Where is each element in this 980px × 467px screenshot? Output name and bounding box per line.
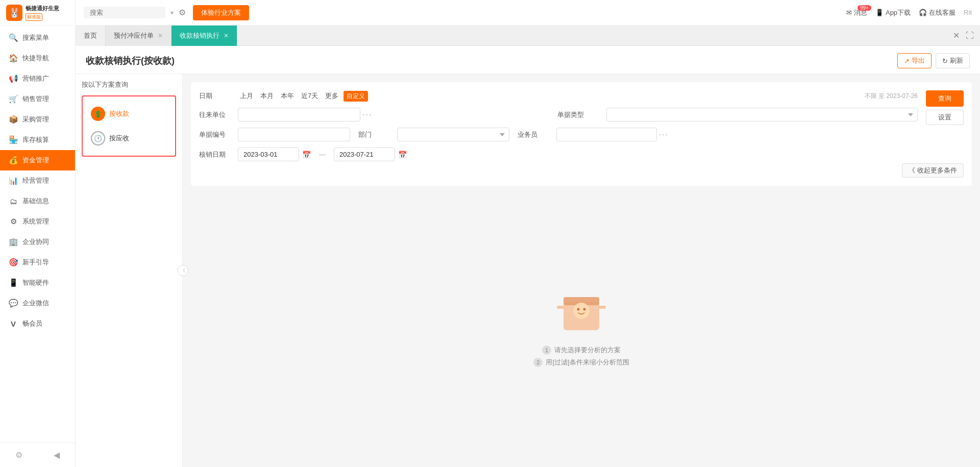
- filter-area: 日期 上月 本月 本年 近7天 更多 自定义 不限 至 2023-07-26: [191, 82, 972, 186]
- sidebar-item-business[interactable]: 📊 经营管理: [0, 170, 75, 191]
- empty-illustration: [551, 284, 612, 335]
- salesperson-input[interactable]: [556, 128, 657, 141]
- counterpart-input[interactable]: [238, 108, 360, 121]
- logo-text-group: 畅捷通好生意 标准版: [26, 5, 59, 21]
- query-button[interactable]: 查询: [926, 90, 964, 107]
- verify-date-start-input[interactable]: [238, 148, 299, 161]
- counterpart-label: 往来单位: [199, 110, 230, 119]
- verify-date-end-input[interactable]: [334, 148, 395, 161]
- date-custom[interactable]: 自定义: [344, 91, 368, 102]
- sidebar-item-guide[interactable]: 🎯 新手引导: [0, 252, 75, 273]
- export-button[interactable]: ↗ 导出: [897, 53, 932, 68]
- date-this-month[interactable]: 本月: [258, 90, 276, 102]
- sidebar-item-purchase[interactable]: 📦 采购管理: [0, 109, 75, 130]
- svg-point-2: [573, 303, 590, 319]
- sidebar-item-enterprise[interactable]: 🏢 企业协同: [0, 232, 75, 252]
- doc-type-select[interactable]: [606, 108, 918, 121]
- tab-home[interactable]: 首页: [76, 26, 106, 46]
- topbar-msg[interactable]: ✉ 消息 99+: [846, 8, 867, 17]
- tab-receivable[interactable]: 收款核销执行 ✕: [172, 26, 237, 46]
- left-panel-collapse-btn[interactable]: 《: [177, 265, 188, 276]
- enterprise-icon: 🏢: [8, 237, 18, 247]
- date-this-year[interactable]: 本年: [279, 90, 296, 102]
- counterpart-more-icon[interactable]: ···: [362, 110, 372, 119]
- sidebar-item-inventory[interactable]: 🏪 库存核算: [0, 130, 75, 150]
- date-last-month[interactable]: 上月: [238, 90, 255, 102]
- left-panel-title: 按以下方案查询: [82, 80, 176, 89]
- sidebar-item-quick-nav[interactable]: 🏠 快捷导航: [0, 48, 75, 68]
- svg-point-4: [583, 308, 586, 310]
- sidebar-settings-btn[interactable]: ⚙: [11, 448, 27, 462]
- tab-receivable-close[interactable]: ✕: [224, 32, 229, 39]
- date-more[interactable]: 更多: [323, 90, 340, 102]
- topbar-user[interactable]: Rit: [964, 9, 972, 16]
- main-content: ▾ ⚙ 体验行业方案 ✉ 消息 99+ 📱 App下载 🎧 在线客服 Rit: [76, 0, 980, 467]
- logo-icon: 🐰: [6, 5, 22, 21]
- salesperson-more-icon[interactable]: ···: [659, 130, 669, 139]
- sidebar-item-wechat[interactable]: 💬 企业微信: [0, 293, 75, 313]
- verify-date-end-calendar-icon[interactable]: 📅: [398, 151, 407, 159]
- right-panel: 日期 上月 本月 本年 近7天 更多 自定义 不限 至 2023-07-26: [183, 74, 980, 467]
- inventory-icon: 🏪: [8, 135, 18, 145]
- topbar: ▾ ⚙ 体验行业方案 ✉ 消息 99+ 📱 App下载 🎧 在线客服 Rit: [76, 0, 980, 26]
- verify-date-start-wrap: 📅: [238, 148, 311, 161]
- doc-no-input[interactable]: [238, 128, 350, 141]
- department-select[interactable]: [397, 128, 509, 141]
- topbar-app-download[interactable]: 📱 App下载: [875, 8, 911, 17]
- topbar-search-input[interactable]: [84, 7, 165, 18]
- receipt-icon: 💲: [91, 107, 105, 121]
- svg-point-3: [577, 308, 580, 310]
- collapse-more-area: 《 收起更多条件: [199, 163, 964, 178]
- topbar-gear-icon[interactable]: ⚙: [179, 8, 186, 17]
- settings-button[interactable]: 设置: [926, 110, 964, 125]
- sidebar-item-base-info[interactable]: 🗂 基础信息: [0, 191, 75, 211]
- date-7days[interactable]: 近7天: [299, 90, 320, 102]
- marketing-icon: 📢: [8, 73, 18, 84]
- filter-main-area: 日期 上月 本月 本年 近7天 更多 自定义 不限 至 2023-07-26: [199, 90, 918, 161]
- sidebar-collapse-btn[interactable]: ◀: [50, 448, 64, 462]
- member-icon: V: [8, 318, 18, 329]
- logo-badge: 标准版: [26, 13, 42, 21]
- sidebar-item-smart[interactable]: 📱 智能硬件: [0, 273, 75, 293]
- sidebar-menu: 🔍 搜索菜单 🏠 快捷导航 📢 营销推广 🛒 销售管理 📦 采购管理 🏪 库存核…: [0, 26, 75, 443]
- empty-num-2: 2: [533, 358, 543, 367]
- content-body: 按以下方案查询 💲 按收款 🕐 按应收 《: [76, 74, 980, 467]
- wechat-icon: 💬: [8, 298, 18, 308]
- topbar-right: ✉ 消息 99+ 📱 App下载 🎧 在线客服 Rit: [846, 8, 972, 17]
- refresh-icon: ↻: [942, 57, 948, 65]
- tab-prepay[interactable]: 预付冲应付单 ✕: [106, 26, 172, 46]
- finance-icon: 💰: [8, 155, 18, 165]
- department-label: 部门: [358, 130, 389, 139]
- sidebar-item-member[interactable]: V 畅会员: [0, 313, 75, 334]
- search-icon: 🔍: [8, 33, 18, 43]
- filter-counterpart-row: 往来单位 ··· 单据类型: [199, 108, 918, 121]
- tab-close-all-icon[interactable]: ✕: [951, 29, 962, 42]
- page-title: 收款核销执行(按收款): [86, 55, 175, 67]
- left-panel: 按以下方案查询 💲 按收款 🕐 按应收 《: [76, 74, 183, 467]
- export-icon: ↗: [904, 57, 910, 65]
- sidebar-item-sales[interactable]: 🛒 销售管理: [0, 89, 75, 109]
- date-range-hint: 不限 至 2023-07-26: [865, 92, 918, 101]
- sidebar-item-finance[interactable]: 💰 资金管理: [0, 150, 75, 170]
- verify-date-start-calendar-icon[interactable]: 📅: [302, 151, 311, 159]
- receivable-icon: 🕐: [91, 131, 105, 145]
- tab-prepay-close[interactable]: ✕: [158, 32, 163, 39]
- date-shortcuts: 上月 本月 本年 近7天 更多 自定义: [238, 90, 856, 102]
- sidebar-item-search[interactable]: 🔍 搜索菜单: [0, 28, 75, 48]
- purchase-icon: 📦: [8, 114, 18, 125]
- sales-icon: 🛒: [8, 94, 18, 104]
- sidebar-item-marketing[interactable]: 📢 营销推广: [0, 68, 75, 89]
- solution-button[interactable]: 体验行业方案: [193, 5, 249, 20]
- topbar-service[interactable]: 🎧 在线客服: [919, 8, 955, 17]
- content-area: 收款核销执行(按收款) ↗ 导出 ↻ 刷新 按以下方案查询 💲: [76, 46, 980, 467]
- left-panel-item-receivable[interactable]: 🕐 按应收: [83, 126, 175, 151]
- tab-bar: 首页 预付冲应付单 ✕ 收款核销执行 ✕ ✕ ⛶: [76, 26, 980, 46]
- salesperson-label: 业务员: [518, 130, 548, 139]
- sidebar-item-system[interactable]: ⚙ 系统管理: [0, 211, 75, 232]
- collapse-more-btn[interactable]: 《 收起更多条件: [902, 163, 964, 178]
- topbar-chevron-icon[interactable]: ▾: [170, 9, 174, 16]
- left-panel-item-receipt[interactable]: 💲 按收款: [83, 102, 175, 126]
- refresh-button[interactable]: ↻ 刷新: [936, 53, 970, 68]
- tab-expand-icon[interactable]: ⛶: [964, 29, 976, 42]
- filter-date-row: 日期 上月 本月 本年 近7天 更多 自定义 不限 至 2023-07-26: [199, 90, 918, 102]
